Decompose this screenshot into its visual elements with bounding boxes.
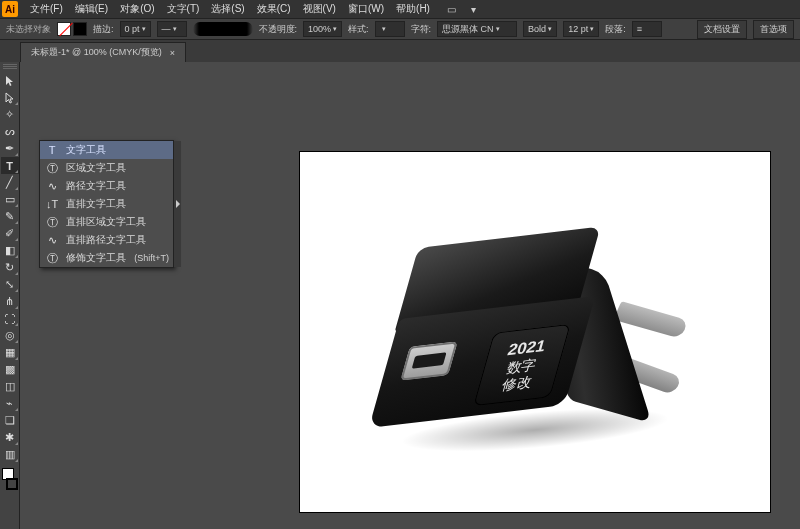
artwork-adapter: 2021 数字 修改 xyxy=(370,222,710,452)
pencil-tool[interactable]: ✐ xyxy=(1,225,19,242)
font-family-field[interactable]: 思源黑体 CN▾ xyxy=(437,21,517,37)
gradient-tool[interactable]: ◫ xyxy=(1,378,19,395)
flyout-vertical-path-type-tool[interactable]: ∿ 直排路径文字工具 xyxy=(40,231,173,249)
flyout-type-tool[interactable]: T 文字工具 xyxy=(40,141,173,159)
document-tab[interactable]: 未标题-1* @ 100% (CMYK/预览) × xyxy=(20,42,186,62)
eraser-tool[interactable]: ◧ xyxy=(1,242,19,259)
menu-object[interactable]: 对象(O) xyxy=(114,2,160,16)
style-field[interactable]: ▾ xyxy=(375,21,405,37)
flyout-label: 修饰文字工具 xyxy=(66,251,126,265)
flyout-area-type-tool[interactable]: Ⓣ 区域文字工具 xyxy=(40,159,173,177)
flyout-label: 直排路径文字工具 xyxy=(66,233,146,247)
type-tool[interactable]: T xyxy=(1,157,19,174)
font-weight-field[interactable]: Bold▾ xyxy=(523,21,557,37)
flyout-path-type-tool[interactable]: ∿ 路径文字工具 xyxy=(40,177,173,195)
document-tab-title: 未标题-1* @ 100% (CMYK/预览) xyxy=(31,46,162,59)
type-tool-icon: T xyxy=(44,143,60,157)
width-tool[interactable]: ⋔ xyxy=(1,293,19,310)
toolbox-grip[interactable] xyxy=(3,64,17,70)
font-size-field[interactable]: 12 pt▾ xyxy=(563,21,599,37)
selection-status: 未选择对象 xyxy=(6,23,51,36)
menu-effect[interactable]: 效果(C) xyxy=(251,2,297,16)
canvas-area[interactable]: 2021 数字 修改 xyxy=(20,62,800,529)
flyout-label: 直排文字工具 xyxy=(66,197,126,211)
eyedropper-tool[interactable]: ⌁ xyxy=(1,395,19,412)
area-type-icon: Ⓣ xyxy=(44,161,60,175)
workspace: ✧ ᔕ ✒ T ╱ ▭ ✎ ✐ ◧ ↻ ⤡ ⋔ ⛶ ◎ ▦ ▩ ◫ ⌁ ❏ ✱ … xyxy=(0,62,800,529)
stroke-swatch[interactable] xyxy=(73,22,87,36)
control-bar: 未选择对象 描边: 0 pt▾ — ▾ 不透明度: 100%▾ 样式: ▾ 字符… xyxy=(0,18,800,40)
flyout-shortcut: (Shift+T) xyxy=(134,253,169,263)
magic-wand-tool[interactable]: ✧ xyxy=(1,106,19,123)
rotate-tool[interactable]: ↻ xyxy=(1,259,19,276)
paintbrush-tool[interactable]: ✎ xyxy=(1,208,19,225)
stroke-label: 描边: xyxy=(93,23,114,36)
fill-stroke-swatches[interactable] xyxy=(57,22,87,36)
vertical-area-type-icon: Ⓣ xyxy=(44,215,60,229)
vertical-type-icon: ↓T xyxy=(44,197,60,211)
flyout-label: 文字工具 xyxy=(66,143,106,157)
menu-type[interactable]: 文字(T) xyxy=(161,2,206,16)
opacity-label: 不透明度: xyxy=(259,23,298,36)
style-label: 样式: xyxy=(348,23,369,36)
stroke-weight-field[interactable]: 0 pt▾ xyxy=(120,21,151,37)
menubar-icon-1[interactable]: ▭ xyxy=(444,2,460,16)
label-year: 2021 xyxy=(506,336,549,360)
doc-setup-button[interactable]: 文档设置 xyxy=(697,20,747,39)
menu-select[interactable]: 选择(S) xyxy=(205,2,250,16)
shape-builder-tool[interactable]: ◎ xyxy=(1,327,19,344)
stroke-profile[interactable]: — ▾ xyxy=(157,21,187,37)
vertical-path-type-icon: ∿ xyxy=(44,233,60,247)
fill-swatch[interactable] xyxy=(57,22,71,36)
pen-tool[interactable]: ✒ xyxy=(1,140,19,157)
prefs-button[interactable]: 首选项 xyxy=(753,20,794,39)
label-line2: 修改 xyxy=(500,373,534,394)
menu-edit[interactable]: 编辑(E) xyxy=(69,2,114,16)
line-tool[interactable]: ╱ xyxy=(1,174,19,191)
app-menubar: Ai 文件(F) 编辑(E) 对象(O) 文字(T) 选择(S) 效果(C) 视… xyxy=(0,0,800,18)
document-tab-close-icon[interactable]: × xyxy=(170,48,175,58)
free-transform-tool[interactable]: ⛶ xyxy=(1,310,19,327)
menu-view[interactable]: 视图(V) xyxy=(297,2,342,16)
rectangle-tool[interactable]: ▭ xyxy=(1,191,19,208)
font-label: 字符: xyxy=(411,23,432,36)
lasso-tool[interactable]: ᔕ xyxy=(1,123,19,140)
app-logo: Ai xyxy=(2,1,18,17)
menu-file[interactable]: 文件(F) xyxy=(24,2,69,16)
opacity-field[interactable]: 100%▾ xyxy=(303,21,342,37)
flyout-tearoff-handle[interactable] xyxy=(173,141,181,267)
para-label: 段落: xyxy=(605,23,626,36)
direct-selection-tool[interactable] xyxy=(1,89,19,106)
artboard[interactable]: 2021 数字 修改 xyxy=(300,152,770,512)
symbol-sprayer-tool[interactable]: ✱ xyxy=(1,429,19,446)
touch-type-icon: Ⓣ xyxy=(44,251,60,265)
path-type-icon: ∿ xyxy=(44,179,60,193)
flyout-label: 区域文字工具 xyxy=(66,161,126,175)
perspective-tool[interactable]: ▦ xyxy=(1,344,19,361)
blend-tool[interactable]: ❏ xyxy=(1,412,19,429)
selection-tool[interactable] xyxy=(1,72,19,89)
stroke-color[interactable] xyxy=(6,478,18,490)
mesh-tool[interactable]: ▩ xyxy=(1,361,19,378)
fill-stroke-control[interactable] xyxy=(1,467,19,491)
menubar-icon-2[interactable]: ▾ xyxy=(466,2,482,16)
scale-tool[interactable]: ⤡ xyxy=(1,276,19,293)
menu-help[interactable]: 帮助(H) xyxy=(390,2,436,16)
document-tab-bar: 未标题-1* @ 100% (CMYK/预览) × xyxy=(0,40,800,62)
toolbox: ✧ ᔕ ✒ T ╱ ▭ ✎ ✐ ◧ ↻ ⤡ ⋔ ⛶ ◎ ▦ ▩ ◫ ⌁ ❏ ✱ … xyxy=(0,62,20,529)
plug-prong-1 xyxy=(613,301,689,339)
flyout-vertical-area-type-tool[interactable]: Ⓣ 直排区域文字工具 xyxy=(40,213,173,231)
type-tool-flyout: T 文字工具 Ⓣ 区域文字工具 ∿ 路径文字工具 ↓T 直排文字工具 Ⓣ 直排区… xyxy=(39,140,174,268)
column-graph-tool[interactable]: ▥ xyxy=(1,446,19,463)
para-align-field[interactable]: ≡ xyxy=(632,21,662,37)
flyout-touch-type-tool[interactable]: Ⓣ 修饰文字工具 (Shift+T) xyxy=(40,249,173,267)
menu-window[interactable]: 窗口(W) xyxy=(342,2,390,16)
flyout-label: 直排区域文字工具 xyxy=(66,215,146,229)
brush-preview[interactable] xyxy=(193,22,253,36)
flyout-label: 路径文字工具 xyxy=(66,179,126,193)
flyout-vertical-type-tool[interactable]: ↓T 直排文字工具 xyxy=(40,195,173,213)
